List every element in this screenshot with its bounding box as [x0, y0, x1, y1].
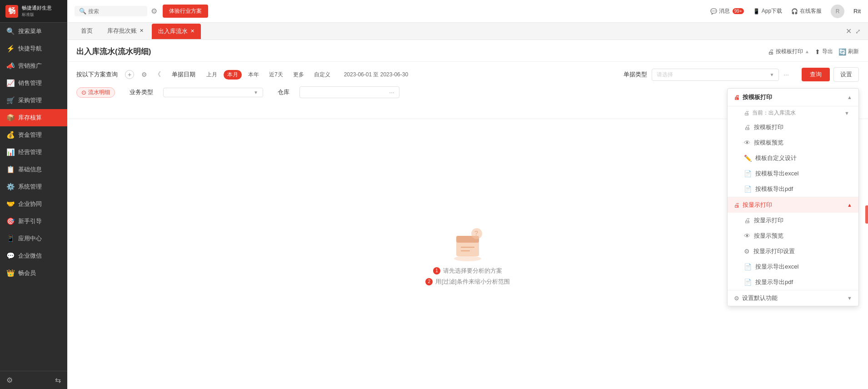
filter-collapse-icon[interactable]: 《 — [155, 70, 161, 79]
dropdown-display-header[interactable]: 🖨 按显示打印 ▲ — [728, 197, 858, 213]
messages-button[interactable]: 💬 消息 99+ — [710, 7, 744, 15]
sidebar-item-wechat[interactable]: 💬 企业微信 — [0, 247, 67, 264]
basic-icon: 📋 — [6, 165, 15, 174]
refresh-button[interactable]: 🔄 刷新 — [838, 48, 859, 55]
display-excel-icon: 📄 — [744, 263, 752, 270]
date-opt-more[interactable]: 更多 — [289, 70, 308, 80]
sidebar-item-enterprise[interactable]: 🤝 企业协同 — [0, 195, 67, 213]
tab-expand-icon[interactable]: ⤢ — [855, 28, 861, 35]
dropdown-item-display-print[interactable]: 🖨 按显示打印 — [728, 213, 858, 228]
template-pdf-icon: 📄 — [744, 185, 752, 193]
topbar-search-container[interactable]: 🔍 — [75, 6, 147, 16]
sidebar-item-system[interactable]: ⚙️ 系统管理 — [0, 178, 67, 195]
biztype-select[interactable]: ▼ — [163, 88, 263, 97]
page-header: 出入库流水(流水明细) 🖨 按模板打印 ▲ ⬆ 导出 🔄 刷新 — [67, 40, 868, 62]
export-button[interactable]: ⬆ 导出 — [815, 48, 833, 55]
topbar-gear-icon[interactable]: ⚙ — [151, 7, 157, 15]
print-button[interactable]: 🖨 按模板打印 ▲ — [768, 48, 809, 55]
app-download-button[interactable]: 📱 App下载 — [753, 7, 782, 15]
tab-bar: 首页 库存批次账 ✕ 出入库流水 ✕ ✕ ⤢ — [67, 23, 868, 40]
doctype-more-icon[interactable]: ··· — [783, 71, 789, 78]
tab-home[interactable]: 首页 — [75, 23, 99, 40]
page-actions: 🖨 按模板打印 ▲ ⬆ 导出 🔄 刷新 — [768, 48, 859, 55]
display-settings-icon: ⚙ — [744, 248, 750, 255]
warehouse-select[interactable]: ··· — [299, 86, 399, 98]
display-print-icon: 🖨 — [744, 217, 750, 224]
sidebar-item-sales[interactable]: 📈 销售管理 — [0, 75, 67, 92]
filter-settings-icon[interactable]: ⚙ — [141, 71, 147, 78]
tab-batch-close[interactable]: ✕ — [140, 28, 144, 34]
sidebar-item-inventory[interactable]: 📦 库存核算 — [0, 109, 67, 126]
dropdown-item-display-excel[interactable]: 📄 按显示导出excel — [728, 259, 858, 274]
member-icon: 👑 — [6, 269, 15, 277]
date-label: 单据日期 — [172, 70, 195, 79]
collapse-footer-icon[interactable]: ⇆ — [55, 376, 61, 384]
date-opt-thisyear[interactable]: 本年 — [244, 70, 263, 80]
svg-text:?: ? — [474, 229, 478, 237]
online-service-button[interactable]: 🎧 在线客服 — [791, 7, 822, 15]
dropdown-footer[interactable]: ⚙ 设置默认功能 ▼ — [728, 290, 858, 306]
topbar-search-input[interactable] — [88, 8, 143, 15]
svg-point-0 — [454, 256, 481, 261]
sidebar-item-quicknav[interactable]: ⚡ 快捷导航 — [0, 40, 67, 57]
tab-flow[interactable]: 出入库流水 ✕ — [152, 24, 201, 39]
dropdown-item-display-settings[interactable]: ⚙ 按显示打印设置 — [728, 244, 858, 259]
sidebar-item-search[interactable]: 🔍 搜索菜单 — [0, 23, 67, 40]
tab-batch[interactable]: 库存批次账 ✕ — [101, 23, 150, 40]
settings-footer-icon[interactable]: ⚙ — [6, 376, 13, 384]
sidebar-item-appcenter[interactable]: 📱 应用中心 — [0, 230, 67, 247]
dropdown-item-template-excel[interactable]: 📄 按模板导出excel — [728, 166, 858, 181]
date-opt-lastmonth[interactable]: 上月 — [203, 70, 221, 80]
sidebar-item-guide[interactable]: 🎯 新手引导 — [0, 213, 67, 230]
dropdown-item-display-pdf[interactable]: 📄 按显示导出pdf — [728, 274, 858, 290]
display-pdf-icon: 📄 — [744, 279, 752, 286]
operation-icon: 📊 — [6, 148, 15, 156]
date-opt-thismonth[interactable]: 本月 — [224, 70, 242, 80]
logo-icon: 畅 — [5, 5, 18, 18]
date-options: 上月 本月 本年 近7天 更多 自定义 — [203, 70, 334, 80]
dropdown-item-template-print[interactable]: 🖨 按模板打印 — [728, 120, 858, 135]
tab-flow-close[interactable]: ✕ — [190, 28, 195, 34]
flow-tag-icon: ⊙ — [81, 89, 86, 96]
tab-close-all-icon[interactable]: ✕ — [846, 27, 852, 35]
dropdown-item-template-design[interactable]: ✏️ 模板自定义设计 — [728, 150, 858, 166]
sidebar-item-purchase[interactable]: 🛒 采购管理 — [0, 92, 67, 109]
dropdown-item-template-pdf[interactable]: 📄 按模板导出pdf — [728, 181, 858, 197]
avatar[interactable]: R — [831, 5, 844, 18]
sidebar-item-operation[interactable]: 📊 经营管理 — [0, 144, 67, 161]
dropdown-item-template-preview[interactable]: 👁 按模板预览 — [728, 135, 858, 150]
filter-add-button[interactable]: + — [125, 70, 134, 79]
display-preview-icon: 👁 — [744, 232, 750, 239]
sidebar-item-basic[interactable]: 📋 基础信息 — [0, 161, 67, 178]
sidebar-footer: ⚙ ⇆ — [0, 371, 67, 389]
flow-detail-tag[interactable]: ⊙ 流水明细 — [76, 87, 115, 98]
promo-button[interactable]: 体验行业方案 — [163, 5, 208, 18]
filter-row-1: 按以下方案查询 + ⚙ 《 单据日期 上月 本月 本年 近7天 更多 自定义 2… — [76, 67, 859, 82]
sidebar-item-finance[interactable]: 💰 资金管理 — [0, 126, 67, 144]
system-icon: ⚙️ — [6, 183, 15, 191]
warehouse-more-icon[interactable]: ··· — [389, 89, 394, 96]
footer-settings-icon: ⚙ — [734, 295, 739, 302]
filter-right-area: 单据类型 请选择 ▼ ··· — [624, 69, 789, 81]
date-opt-custom[interactable]: 自定义 — [310, 70, 334, 80]
doctype-label: 单据类型 — [624, 70, 647, 79]
logo-badge: 标准版 — [22, 12, 52, 18]
purchase-icon: 🛒 — [6, 96, 15, 105]
sidebar-item-marketing[interactable]: 📣 营销推广 — [0, 57, 67, 75]
enterprise-icon: 🤝 — [6, 200, 15, 208]
page-content-wrapper: 出入库流水(流水明细) 🖨 按模板打印 ▲ ⬆ 导出 🔄 刷新 — [67, 40, 868, 389]
template-design-icon: ✏️ — [744, 155, 752, 162]
topbar-right: 💬 消息 99+ 📱 App下载 🎧 在线客服 R Rit — [710, 5, 861, 18]
refresh-icon: 🔄 — [838, 48, 846, 55]
footer-arrow-icon: ▼ — [847, 295, 852, 301]
date-opt-7days[interactable]: 近7天 — [265, 70, 287, 80]
sales-icon: 📈 — [6, 79, 15, 87]
doctype-select[interactable]: 请选择 ▼ — [652, 69, 779, 81]
sidebar-item-member[interactable]: 👑 畅会员 — [0, 264, 67, 282]
dropdown-collapse-icon[interactable]: ▲ — [847, 95, 852, 100]
print-icon: 🖨 — [768, 48, 774, 55]
guide-icon: 🎯 — [6, 217, 15, 225]
dropdown-item-display-preview[interactable]: 👁 按显示预览 — [728, 228, 858, 244]
query-button[interactable]: 查询 — [802, 68, 830, 81]
setting-button[interactable]: 设置 — [833, 67, 859, 82]
